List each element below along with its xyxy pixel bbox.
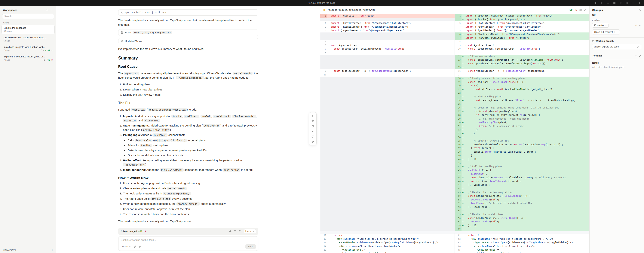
diff-code-line xyxy=(330,227,454,231)
send-button[interactable]: Send xyxy=(246,244,256,249)
add-workspace-icon[interactable] xyxy=(51,9,53,11)
split-view-icon[interactable] xyxy=(579,9,582,11)
tool-call[interactable]: Read medusa/src/pages/Agent.tsx xyxy=(118,29,258,36)
diff-old-side: 4import { AgentHeader } from "@/componen… xyxy=(320,29,455,32)
version-dropdown[interactable]: Latest xyxy=(244,229,256,233)
diff-line-number: 37 xyxy=(455,146,462,150)
diff-old-side xyxy=(320,150,455,154)
diff-line-number xyxy=(320,88,327,92)
diff-new-side: 58+ }, []); xyxy=(455,224,589,228)
workspace-time: 7h ago xyxy=(4,49,10,52)
diff-row: 811 xyxy=(320,51,589,54)
diff-code-line: // Plan review state xyxy=(464,54,589,58)
tool-call[interactable]: Updated Todos xyxy=(118,38,258,44)
workspace-list: Explore the codebase35m agoCreate Good F… xyxy=(0,25,56,63)
panel-bottom-icon[interactable] xyxy=(607,2,610,4)
diff-marker: + xyxy=(462,198,464,202)
attach-icon[interactable] xyxy=(133,245,136,248)
diff-line-number: 20 xyxy=(455,84,462,88)
notes-placeholder[interactable]: Add notes about this workspace... xyxy=(590,66,644,68)
workspace-meta: 7h ago2+61-3 xyxy=(4,59,52,61)
diff-marker: + xyxy=(462,227,464,231)
diff-row: 51+ setPendingPlan(null); xyxy=(320,198,589,202)
refresh-icon[interactable] xyxy=(239,230,242,232)
diff-new-side: 3import { ChatInterface } from "@/compon… xyxy=(455,22,589,25)
message-input-box[interactable]: Continue working on this task... Default… xyxy=(118,236,258,251)
layout-icon[interactable] xyxy=(46,9,48,11)
diff-code-line xyxy=(330,88,454,92)
additions-badge: +61 xyxy=(46,59,50,61)
files-changed-label: 2 files changed xyxy=(120,230,137,233)
message-input[interactable]: Continue working on this task... xyxy=(121,238,256,241)
diff-row: 1017 xyxy=(320,73,589,77)
diff-line-number xyxy=(320,91,327,95)
diff-marker xyxy=(327,66,330,69)
diff-list-icon[interactable] xyxy=(234,230,236,232)
new-terminal-icon[interactable] xyxy=(635,54,637,57)
diff-line-number xyxy=(320,84,327,88)
panel-left-icon[interactable] xyxy=(600,2,604,4)
chat-messages[interactable]: npm run build 2>&1 | tail -80The build c… xyxy=(56,6,320,226)
archive-footer[interactable]: View Archive 0 xyxy=(0,247,56,253)
expand-icon[interactable] xyxy=(584,9,586,11)
diff-code-line xyxy=(330,54,454,58)
workspace-item[interactable]: Create Good First Issues on Github So ..… xyxy=(2,34,55,44)
diff-new-side: 9const Agent = () => { xyxy=(455,44,589,47)
run-icon[interactable] xyxy=(312,130,314,133)
list-item: Imports: Added necessary imports for inv… xyxy=(123,114,258,122)
grid-icon[interactable] xyxy=(613,2,616,4)
diff-new-side: 2+import { invoke } from "@tauri-apps/ap… xyxy=(455,18,589,22)
mode-dropdown[interactable]: Default xyxy=(121,245,131,248)
diff-body[interactable]: 1-import { useState } from "react";1+imp… xyxy=(320,14,589,253)
branch-selector[interactable]: master xyxy=(592,23,608,28)
inline-code: Agent.tsx xyxy=(124,72,139,75)
diff-new-side: 16 const toggleSidebar = () => setSideba… xyxy=(455,69,589,73)
search-input[interactable] xyxy=(2,14,54,19)
workspace-item[interactable]: Install and integrate Vibe Kanban Web...… xyxy=(2,44,55,53)
diff-row: 19+ const loadPlans = useCallback(async … xyxy=(320,80,589,84)
diff-marker xyxy=(327,47,330,51)
inline-code: Agent.tsx xyxy=(131,108,146,111)
columns-icon[interactable] xyxy=(632,2,634,4)
changes-summary-bar[interactable]: 2 files changed +61 -3 Latest xyxy=(118,228,258,235)
drag-handle-icon[interactable] xyxy=(312,114,314,117)
diff-code-line xyxy=(330,161,454,165)
diff-marker: + xyxy=(462,106,464,110)
pause-icon[interactable] xyxy=(594,2,597,4)
expand-terminal-icon[interactable] xyxy=(639,54,641,57)
command-block[interactable]: npm run build 2>&1 | tail -80 xyxy=(118,10,258,16)
chevron-down-icon[interactable] xyxy=(254,40,256,42)
workspace-item[interactable]: Explore the codebase35m ago xyxy=(2,25,55,34)
pen-icon[interactable] xyxy=(138,245,141,248)
preview-icon[interactable] xyxy=(312,135,314,138)
diff-code-line xyxy=(330,224,454,228)
diff-code-line: import { useState, useEffect, useRef, us… xyxy=(464,14,589,18)
diff-line-number: 10 xyxy=(455,47,462,51)
diff-code-line xyxy=(330,128,454,132)
diff-code-line: <div className="flex flex-1 overflow-hid… xyxy=(330,244,454,248)
clipboard-icon[interactable] xyxy=(312,124,314,128)
workspace-item[interactable]: Explore the codebase I want you to ex...… xyxy=(2,54,55,63)
book-icon[interactable] xyxy=(625,2,628,4)
more-icon[interactable]: ⋯ xyxy=(639,24,642,27)
diff-code-line: for (const plan of pendingPlans) { xyxy=(464,110,589,113)
diff-code-line xyxy=(330,124,454,128)
watch-icon[interactable] xyxy=(229,230,232,232)
edit-icon[interactable] xyxy=(637,46,640,48)
diff-new-side: 14+ const previousPlanIdsRef = useRef<Se… xyxy=(455,62,589,66)
view-archive-label[interactable]: View Archive xyxy=(3,249,16,251)
git-branch-icon[interactable] xyxy=(312,140,314,143)
working-branch-field[interactable]: vk/3ccf-explore-the-code xyxy=(592,44,641,49)
terminal-section-label[interactable]: Terminal xyxy=(592,54,602,57)
panel-right-icon[interactable] xyxy=(638,2,640,4)
diff-old-side xyxy=(320,180,455,183)
eye-icon[interactable] xyxy=(619,2,622,4)
diff-code-line xyxy=(330,58,454,62)
open-pull-request-button[interactable]: Open pull request xyxy=(592,30,620,35)
notes-section-label[interactable]: Notes xyxy=(592,62,599,64)
close-icon[interactable] xyxy=(639,9,641,11)
diff-row: 57+ setPendingPlan(null); xyxy=(320,220,589,224)
diff-new-side: 20+ try { xyxy=(455,84,589,88)
diff-old-side xyxy=(320,124,455,128)
copy-icon[interactable] xyxy=(312,119,314,122)
